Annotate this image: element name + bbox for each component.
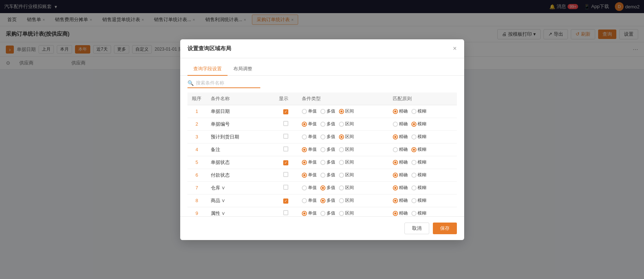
modal-tabs: 查询字段设置 布局调整 bbox=[180, 58, 464, 76]
row-display-checkbox-8[interactable] bbox=[274, 194, 297, 207]
row-display-checkbox-5[interactable] bbox=[274, 156, 297, 169]
radio-match-8-0[interactable]: 精确 bbox=[393, 197, 408, 204]
radio-type-1-2[interactable]: 区间 bbox=[339, 108, 354, 114]
row-display-checkbox-9[interactable] bbox=[274, 207, 297, 216]
radio-type-1-1[interactable]: 多值 bbox=[320, 108, 335, 114]
radio-type-7-1[interactable]: 多值 bbox=[320, 185, 335, 191]
checkbox-3[interactable] bbox=[283, 134, 288, 139]
radio-type-8-0[interactable]: 单值 bbox=[302, 197, 317, 204]
table-row: 1单据日期单值多值区间精确模糊 bbox=[187, 105, 457, 118]
row-name-8: 商品 ∨ bbox=[206, 194, 275, 207]
radio-match-9-0[interactable]: 精确 bbox=[393, 210, 408, 216]
radio-type-4-1[interactable]: 多值 bbox=[320, 146, 335, 153]
radio-match-7-0[interactable]: 精确 bbox=[393, 185, 408, 191]
modal-tab-query-fields[interactable]: 查询字段设置 bbox=[187, 63, 228, 76]
radio-match-3-1[interactable]: 模糊 bbox=[411, 134, 426, 140]
modal-tab-query-label: 查询字段设置 bbox=[193, 66, 222, 71]
row-display-checkbox-3[interactable] bbox=[274, 130, 297, 143]
table-row: 5单据状态单值多值区间精确模糊 bbox=[187, 156, 457, 169]
radio-type-6-0[interactable]: 单值 bbox=[302, 172, 317, 178]
row-type-7: 单值多值区间 bbox=[297, 181, 388, 194]
row-match-6: 精确模糊 bbox=[388, 169, 457, 181]
radio-match-9-1[interactable]: 模糊 bbox=[411, 210, 426, 216]
row-match-7: 精确模糊 bbox=[388, 181, 457, 194]
checkbox-2[interactable] bbox=[283, 121, 288, 126]
radio-type-4-2[interactable]: 区间 bbox=[339, 146, 354, 153]
radio-match-7-1[interactable]: 模糊 bbox=[411, 185, 426, 191]
checkbox-1[interactable] bbox=[283, 109, 288, 114]
modal-tab-layout-label: 布局调整 bbox=[233, 66, 252, 71]
checkbox-9[interactable] bbox=[283, 210, 288, 215]
table-row: 6付款状态单值多值区间精确模糊 bbox=[187, 169, 457, 181]
row-order-3: 3 bbox=[187, 130, 206, 143]
row-display-checkbox-2[interactable] bbox=[274, 118, 297, 130]
radio-match-2-0[interactable]: 精确 bbox=[393, 121, 408, 127]
row-display-checkbox-1[interactable] bbox=[274, 105, 297, 118]
radio-type-7-0[interactable]: 单值 bbox=[302, 185, 317, 191]
row-match-2: 精确模糊 bbox=[388, 118, 457, 130]
radio-match-1-1[interactable]: 模糊 bbox=[411, 108, 426, 114]
row-display-checkbox-6[interactable] bbox=[274, 169, 297, 181]
row-order-2: 2 bbox=[187, 118, 206, 130]
radio-type-6-2[interactable]: 区间 bbox=[339, 172, 354, 178]
radio-match-4-0[interactable]: 精确 bbox=[393, 146, 408, 153]
checkbox-7[interactable] bbox=[283, 185, 288, 190]
radio-type-2-0[interactable]: 单值 bbox=[302, 121, 317, 127]
checkbox-8[interactable] bbox=[283, 199, 288, 204]
cancel-button[interactable]: 取消 bbox=[404, 223, 429, 234]
radio-type-3-1[interactable]: 多值 bbox=[320, 134, 335, 140]
save-button[interactable]: 保存 bbox=[433, 223, 457, 234]
row-type-8: 单值多值区间 bbox=[297, 194, 388, 207]
radio-match-4-1[interactable]: 模糊 bbox=[411, 146, 426, 153]
radio-type-6-1[interactable]: 多值 bbox=[320, 172, 335, 178]
radio-type-2-1[interactable]: 多值 bbox=[320, 121, 335, 127]
radio-type-3-2[interactable]: 区间 bbox=[339, 134, 354, 140]
row-type-1: 单值多值区间 bbox=[297, 105, 388, 118]
row-name-9: 属性 ∨ bbox=[206, 207, 275, 216]
radio-type-5-2[interactable]: 区间 bbox=[339, 159, 354, 165]
row-type-4: 单值多值区间 bbox=[297, 143, 388, 156]
radio-type-2-2[interactable]: 区间 bbox=[339, 121, 354, 127]
radio-match-1-0[interactable]: 精确 bbox=[393, 108, 408, 114]
th-type: 条件类型 bbox=[297, 93, 388, 105]
radio-type-5-0[interactable]: 单值 bbox=[302, 159, 317, 165]
th-display: 显示 bbox=[274, 93, 297, 105]
radio-type-8-2[interactable]: 区间 bbox=[339, 197, 354, 204]
table-row: 7仓库 ∨单值多值区间精确模糊 bbox=[187, 181, 457, 194]
radio-type-7-2[interactable]: 区间 bbox=[339, 185, 354, 191]
row-display-checkbox-4[interactable] bbox=[274, 143, 297, 156]
radio-type-9-2[interactable]: 区间 bbox=[339, 210, 354, 216]
row-match-4: 精确模糊 bbox=[388, 143, 457, 156]
radio-match-5-0[interactable]: 精确 bbox=[393, 159, 408, 165]
radio-type-3-0[interactable]: 单值 bbox=[302, 134, 317, 140]
radio-match-6-0[interactable]: 精确 bbox=[393, 172, 408, 178]
radio-match-3-0[interactable]: 精确 bbox=[393, 134, 408, 140]
radio-type-9-0[interactable]: 单值 bbox=[302, 210, 317, 216]
modal-body: 顺序 条件名称 显示 条件类型 匹配原则 1单据日期单值多值区间精确模糊2单据编… bbox=[180, 93, 464, 216]
row-order-7: 7 bbox=[187, 181, 206, 194]
search-input-wrap: 🔍 bbox=[187, 80, 260, 88]
row-name-6: 付款状态 bbox=[206, 169, 275, 181]
radio-type-4-0[interactable]: 单值 bbox=[302, 146, 317, 153]
row-order-1: 1 bbox=[187, 105, 206, 118]
row-type-2: 单值多值区间 bbox=[297, 118, 388, 130]
checkbox-5[interactable] bbox=[283, 160, 288, 165]
radio-type-9-1[interactable]: 多值 bbox=[320, 210, 335, 216]
radio-type-1-0[interactable]: 单值 bbox=[302, 108, 317, 114]
row-display-checkbox-7[interactable] bbox=[274, 181, 297, 194]
modal-close-button[interactable]: × bbox=[453, 45, 457, 52]
radio-type-5-1[interactable]: 多值 bbox=[320, 159, 335, 165]
modal-header: 设置查询区域布局 × bbox=[180, 39, 464, 58]
settings-modal: 设置查询区域布局 × 查询字段设置 布局调整 🔍 bbox=[180, 39, 464, 240]
modal-tab-layout[interactable]: 布局调整 bbox=[228, 63, 258, 76]
row-name-5: 单据状态 bbox=[206, 156, 275, 169]
radio-match-8-1[interactable]: 模糊 bbox=[411, 197, 426, 204]
checkbox-6[interactable] bbox=[283, 172, 288, 177]
radio-match-6-1[interactable]: 模糊 bbox=[411, 172, 426, 178]
checkbox-4[interactable] bbox=[283, 146, 288, 152]
th-name: 条件名称 bbox=[206, 93, 275, 105]
search-input[interactable] bbox=[196, 80, 254, 86]
radio-match-5-1[interactable]: 模糊 bbox=[411, 159, 426, 165]
radio-type-8-1[interactable]: 多值 bbox=[320, 197, 335, 204]
radio-match-2-1[interactable]: 模糊 bbox=[411, 121, 426, 127]
